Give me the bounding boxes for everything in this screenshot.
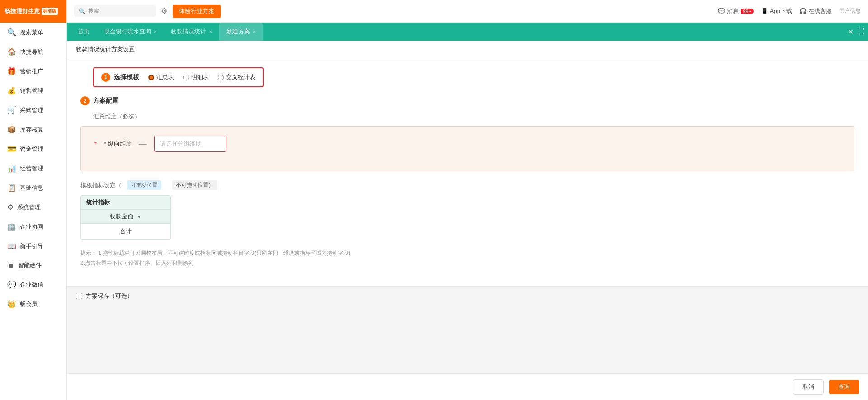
vip-icon: 👑 [7, 300, 16, 308]
sidebar-label-basic: 基础信息 [20, 184, 43, 192]
tab-label-collection: 收款情况统计 [171, 28, 206, 36]
chevron-down-icon: ▼ [137, 214, 142, 219]
page-header: 收款情况统计方案设置 [67, 41, 868, 58]
sidebar-item-enterprise[interactable]: 🏢企业协同 [0, 217, 66, 236]
dimension-placeholder: 请选择分组维度 [160, 140, 201, 147]
sidebar-item-wechat[interactable]: 💬企业微信 [0, 275, 66, 294]
sidebar-item-inventory[interactable]: 📦库存核算 [0, 120, 66, 139]
online-support-item[interactable]: 🎧 在线客服 [799, 7, 832, 15]
sidebar-item-hardware[interactable]: 🖥智能硬件 [0, 256, 66, 275]
sidebar-item-marketing[interactable]: 🎁营销推广 [0, 61, 66, 81]
sidebar-label-guide: 新手引导 [20, 242, 43, 250]
sidebar-item-quicknav[interactable]: 🏠快捷导航 [0, 42, 66, 61]
app-icon: 📱 [761, 8, 768, 14]
stats-col-value: 合计 [81, 223, 170, 239]
basic-icon: 📋 [7, 184, 16, 192]
sidebar-item-basic[interactable]: 📋基础信息 [0, 178, 66, 198]
radio-detail-input[interactable] [183, 75, 189, 80]
sidebar-item-funds[interactable]: 💳资金管理 [0, 139, 66, 159]
row-label: * 纵向维度 [104, 140, 132, 148]
radio-cross[interactable]: 交叉统计表 [218, 73, 255, 81]
guide-icon: 📖 [7, 242, 16, 250]
radio-summary-input[interactable] [148, 75, 154, 80]
tab-label-bank: 现金银行流水查询 [104, 28, 151, 36]
step2-section: 2 方案配置 汇总维度（必选） * * 纵向维度 — 请选择分组维度 [80, 96, 854, 268]
online-support-label: 在线客服 [808, 7, 832, 15]
sidebar-label-system: 系统管理 [17, 203, 41, 212]
sidebar-item-system[interactable]: ⚙系统管理 [0, 198, 66, 217]
close-tab-icon[interactable]: ✕ [848, 28, 854, 36]
app-download-item[interactable]: 📱 App下载 [761, 7, 792, 15]
sidebar-label-hardware: 智能硬件 [18, 261, 42, 269]
radio-summary-label: 汇总表 [156, 73, 174, 81]
tab-label-new_plan: 新建方案 [226, 28, 250, 36]
sidebar-label-purchase: 采购管理 [20, 106, 43, 114]
maximize-icon[interactable]: ⛶ [857, 28, 864, 36]
dimension-title: 汇总维度（必选） [93, 113, 854, 121]
radio-detail[interactable]: 明细表 [183, 73, 209, 81]
tips-section: 提示： 1.拖动标题栏可以调整布局，不可跨维度或指标区域拖动栏目字段(只能在同一… [80, 249, 854, 268]
tab-bank[interactable]: 现金银行流水查询× [97, 23, 164, 41]
sidebar-label-marketing: 营销推广 [20, 67, 43, 75]
stats-group-label: 统计指标 [86, 199, 110, 206]
radio-summary[interactable]: 汇总表 [148, 73, 174, 81]
enterprise-icon: 🏢 [7, 222, 16, 231]
topbar-right: 💬 消息 99+ 📱 App下载 🎧 在线客服 用户信息 [718, 7, 861, 15]
hardware-icon: 🖥 [7, 261, 14, 269]
tab-home[interactable]: 首页 [71, 23, 97, 41]
operations-icon: 📊 [7, 164, 16, 173]
non-draggable-hint: 不可拖动位置） [172, 180, 217, 190]
logo-badge: 标准版 [42, 8, 58, 15]
sidebar-item-vip[interactable]: 👑畅会员 [0, 294, 66, 314]
radio-cross-input[interactable] [218, 75, 224, 80]
sidebar-logo: 畅捷通好生意 标准版 [0, 0, 66, 23]
stats-col-label: 收款金额 [110, 212, 133, 221]
dimension-row: * * 纵向维度 — 请选择分组维度 [94, 136, 840, 152]
sidebar-label-sales: 销售管理 [20, 87, 43, 95]
logo-text: 畅捷通好生意 [5, 7, 40, 15]
content-area: 收款情况统计方案设置 1 选择模板 [67, 41, 868, 373]
message-label: 消息 [727, 7, 739, 15]
sidebar-item-guide[interactable]: 📖新手引导 [0, 236, 66, 256]
sidebar-label-inventory: 库存核算 [20, 126, 43, 134]
tab-close-collection[interactable]: × [209, 29, 212, 34]
required-star: * [94, 141, 97, 147]
dimension-dropdown[interactable]: 请选择分组维度 [154, 136, 226, 152]
sidebar-item-purchase[interactable]: 🛒采购管理 [0, 100, 66, 120]
step1-header: 1 选择模板 汇总表 明细表 [80, 67, 854, 87]
save-checkbox[interactable] [76, 293, 82, 299]
sidebar: 畅捷通好生意 标准版 🔍搜索菜单🏠快捷导航🎁营销推广💰销售管理🛒采购管理📦库存核… [0, 0, 67, 400]
sidebar-label-quicknav: 快捷导航 [20, 48, 43, 56]
tab-new_plan[interactable]: 新建方案× [219, 23, 263, 41]
tabs-bar: 首页现金银行流水查询×收款情况统计×新建方案× ✕ ⛶ [67, 23, 868, 41]
inventory-icon: 📦 [7, 125, 16, 134]
tab-close-bank[interactable]: × [154, 29, 156, 34]
stats-table: 统计指标 收款金额 ▼ 合计 [80, 195, 171, 240]
wechat-icon: 💬 [7, 280, 16, 289]
user-info: 用户信息 [839, 7, 861, 15]
step2-label: 方案配置 [93, 97, 118, 105]
sidebar-item-sales[interactable]: 💰销售管理 [0, 81, 66, 100]
sidebar-label-operations: 经营管理 [20, 165, 43, 173]
radio-detail-label: 明细表 [191, 73, 209, 81]
cancel-button[interactable]: 取消 [793, 379, 824, 395]
marketing-icon: 🎁 [7, 67, 16, 75]
message-item[interactable]: 💬 消息 99+ [718, 7, 754, 15]
sidebar-item-search[interactable]: 🔍搜索菜单 [0, 23, 66, 42]
tabs-actions: ✕ ⛶ [848, 28, 864, 36]
sidebar-item-operations[interactable]: 📊经营管理 [0, 159, 66, 178]
indicator-title: 模板指标设定（ [80, 181, 122, 189]
main-inner: 收款情况统计方案设置 1 选择模板 [67, 41, 868, 400]
sidebar-label-vip: 畅会员 [20, 300, 38, 308]
template-radio-group: 汇总表 明细表 交叉统计表 [148, 73, 255, 81]
tip-line: 2.点击标题栏下拉可设置排序、插入列和删除列 [80, 259, 854, 268]
query-button[interactable]: 查询 [829, 380, 859, 394]
stats-col-header[interactable]: 收款金额 ▼ [81, 210, 170, 223]
tab-close-new_plan[interactable]: × [253, 29, 255, 34]
search-bar[interactable]: 🔍 搜索 [74, 5, 156, 17]
tab-collection[interactable]: 收款情况统计× [164, 23, 219, 41]
radio-cross-label: 交叉统计表 [226, 73, 255, 81]
settings-icon[interactable]: ⚙ [161, 7, 167, 15]
industry-btn[interactable]: 体验行业方案 [173, 5, 221, 18]
main-area: 🔍 搜索 ⚙ 体验行业方案 💬 消息 99+ 📱 App下载 🎧 在线客服 用户… [67, 0, 868, 400]
